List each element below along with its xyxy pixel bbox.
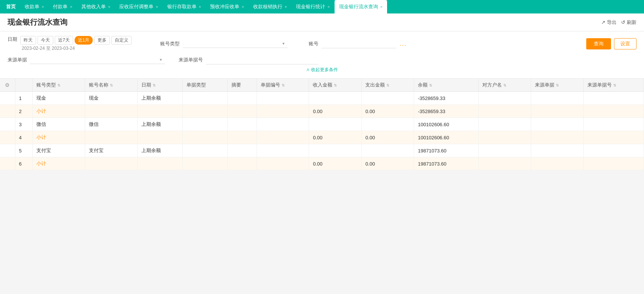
date-btn-yesterday[interactable]: 昨天 (20, 36, 36, 45)
nav-item-cash-flow[interactable]: 现金银行流水查询 × (335, 0, 387, 13)
col-income[interactable]: 收入金额⇅ (309, 79, 362, 92)
nav-bank-deposit-label: 银行存取款单 (167, 3, 197, 10)
nav-receipt-exec-label: 收款核销执行 (253, 3, 282, 10)
collapse-filter-button[interactable]: ∧ 收起更多条件 (8, 64, 636, 74)
col-expense-label: 支出金额 (365, 82, 385, 88)
nav-close-payment[interactable]: × (70, 4, 72, 9)
cell-summary (228, 131, 257, 144)
nav-other-income-label: 其他收入单 (81, 3, 106, 10)
nav-cash-flow-label: 现金银行流水查询 (339, 3, 378, 10)
nav-item-other-income[interactable]: 其他收入单 × (77, 0, 115, 13)
nav-close-other-income[interactable]: × (108, 4, 110, 9)
filter-row-1: 日期 昨天 今天 近7天 近1月 更多 自定义 2023-02-24 至 202… (8, 36, 636, 52)
date-btn-more[interactable]: 更多 (94, 36, 110, 45)
cell-account-name: 支付宝 (85, 144, 137, 157)
sort-icon-account-name: ⇅ (110, 83, 113, 87)
col-summary: 摘要 (228, 79, 257, 92)
cell-doc-no (257, 92, 309, 105)
col-counter-party[interactable]: 对方户名⇅ (478, 79, 531, 92)
nav-close-receipt-exec[interactable]: × (285, 4, 287, 9)
account-type-select[interactable]: ▾ (183, 40, 288, 48)
col-expense[interactable]: 支出金额⇅ (362, 79, 414, 92)
nav-close-ap-adjust[interactable]: × (156, 4, 158, 9)
col-doc-no-label: 单据编号 (261, 82, 280, 88)
settings-button[interactable]: 设置 (614, 38, 636, 49)
table-row: 2小计0.000.00-3528659.33 (0, 105, 644, 118)
nav-close-cash-flow[interactable]: × (380, 4, 383, 9)
col-doc-no[interactable]: 单据编号⇅ (257, 79, 309, 92)
cell-balance: 100102606.60 (414, 118, 478, 131)
col-source-doc-no-label: 来源单据号 (587, 82, 612, 88)
nav-close-cash-stat[interactable]: × (327, 4, 330, 9)
cell-account-type: 支付宝 (32, 144, 85, 157)
gear-icon: ⚙ (5, 82, 10, 88)
col-account-type[interactable]: 账号类型⇅ (32, 79, 85, 92)
nav-home-label: 首页 (6, 3, 16, 10)
nav-cash-stat-label: 现金银行统计 (296, 3, 325, 10)
refresh-icon: ↺ (621, 19, 625, 25)
cell-expense (362, 118, 414, 131)
col-account-name[interactable]: 账号名称⇅ (85, 79, 137, 92)
query-button[interactable]: 查询 (586, 38, 611, 49)
col-source-doc-label: 来源单据 (535, 82, 554, 88)
account-dots-button[interactable]: ... (399, 40, 407, 47)
cell-income: 0.00 (309, 157, 362, 170)
nav-item-bank-deposit[interactable]: 银行存取款单 × (163, 0, 206, 13)
cell-source-doc-no (583, 131, 644, 144)
nav-item-ap-adjust[interactable]: 应收应付调整单 × (115, 0, 162, 13)
cell-summary (228, 157, 257, 170)
nav-item-home[interactable]: 首页 (2, 0, 20, 13)
col-source-doc[interactable]: 来源单据⇅ (531, 79, 583, 92)
date-btn-7days[interactable]: 近7天 (55, 36, 73, 45)
cell-idx: 4 (15, 131, 32, 144)
cell-date (137, 131, 182, 144)
cell-summary (228, 144, 257, 157)
cell-doc-no (257, 118, 309, 131)
cell-account-name (85, 105, 137, 118)
date-btn-1month[interactable]: 近1月 (75, 36, 93, 45)
cell-idx: 1 (15, 92, 32, 105)
sort-icon-income: ⇅ (334, 83, 337, 87)
table-row: 3微信微信上期余额100102606.60 (0, 118, 644, 131)
table-row: 4小计0.000.00100102606.60 (0, 131, 644, 144)
cell-source-doc (531, 92, 583, 105)
cell-expense (362, 92, 414, 105)
cell-account-type: 微信 (32, 118, 85, 131)
page-title: 现金银行流水查询 (8, 17, 68, 27)
export-button[interactable]: ↗ 导出 (601, 19, 617, 26)
cell-doc-no (257, 144, 309, 157)
cell-date (137, 105, 182, 118)
cell-income (309, 92, 362, 105)
date-btn-today[interactable]: 今天 (38, 36, 53, 45)
col-gear[interactable]: ⚙ (0, 79, 15, 92)
col-source-doc-no[interactable]: 来源单据号⇅ (583, 79, 644, 92)
cell-account-name (85, 131, 137, 144)
nav-item-cash-stat[interactable]: 现金银行统计 × (291, 0, 334, 13)
date-filter-label: 日期 (8, 36, 17, 43)
cell-gear (0, 131, 15, 144)
cell-doc-no (257, 157, 309, 170)
cell-summary (228, 105, 257, 118)
account-input[interactable] (321, 39, 396, 48)
col-balance[interactable]: 余额⇅ (414, 79, 478, 92)
col-date[interactable]: 日期⇅ (137, 79, 182, 92)
account-type-label: 账号类型 (160, 40, 180, 47)
cell-summary (228, 92, 257, 105)
nav-close-prepay-offset[interactable]: × (242, 4, 244, 9)
source-doc-num-input[interactable] (206, 55, 318, 64)
account-type-arrow-icon: ▾ (282, 41, 285, 46)
nav-item-payment[interactable]: 付款单 × (48, 0, 77, 13)
nav-close-receipt[interactable]: × (42, 4, 44, 9)
date-btn-custom[interactable]: 自定义 (111, 36, 132, 45)
col-date-label: 日期 (141, 82, 151, 88)
sort-icon-balance: ⇅ (429, 83, 432, 87)
nav-item-receipt[interactable]: 收款单 × (20, 0, 48, 13)
nav-item-prepay-offset[interactable]: 预收冲应收单 × (206, 0, 248, 13)
cell-income: 0.00 (309, 105, 362, 118)
nav-close-bank-deposit[interactable]: × (199, 4, 201, 9)
nav-item-receipt-exec[interactable]: 收款核销执行 × (249, 0, 291, 13)
cell-date: 上期余额 (137, 92, 182, 105)
cell-doc-type (182, 157, 227, 170)
source-doc-select[interactable]: ▾ (30, 56, 165, 64)
refresh-button[interactable]: ↺ 刷新 (621, 19, 636, 26)
